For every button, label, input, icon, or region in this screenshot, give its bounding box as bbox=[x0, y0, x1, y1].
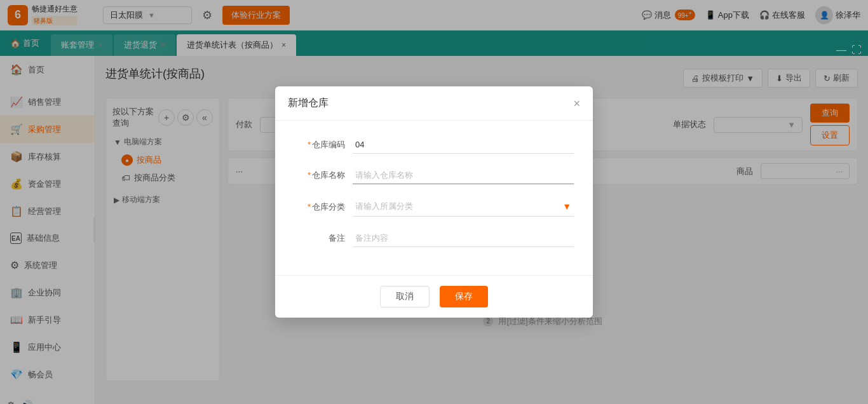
dialog-body: *仓库编码 *仓库名称 *仓库分类 请输入所属分类 ▼ bbox=[275, 121, 593, 275]
note-label: 备注 bbox=[294, 232, 345, 244]
cancel-button[interactable]: 取消 bbox=[380, 286, 430, 307]
name-label: *仓库名称 bbox=[294, 170, 345, 181]
form-row-note: 备注 bbox=[294, 229, 574, 247]
category-arrow-icon: ▼ bbox=[562, 201, 571, 212]
category-select[interactable]: 请输入所属分类 ▼ bbox=[353, 197, 574, 217]
code-label: *仓库编码 bbox=[294, 139, 345, 151]
code-input[interactable] bbox=[353, 136, 574, 154]
name-input[interactable] bbox=[353, 166, 574, 184]
modal-overlay: 新增仓库 × *仓库编码 *仓库名称 *仓库分类 bbox=[0, 0, 868, 404]
dialog-close-button[interactable]: × bbox=[573, 98, 580, 109]
category-placeholder: 请输入所属分类 bbox=[355, 201, 413, 212]
category-label: *仓库分类 bbox=[294, 201, 345, 213]
form-row-name: *仓库名称 bbox=[294, 166, 574, 184]
save-button[interactable]: 保存 bbox=[440, 286, 488, 307]
dialog-title: 新增仓库 bbox=[288, 97, 329, 110]
dialog: 新增仓库 × *仓库编码 *仓库名称 *仓库分类 bbox=[275, 86, 593, 318]
note-input[interactable] bbox=[353, 229, 574, 247]
form-row-category: *仓库分类 请输入所属分类 ▼ bbox=[294, 197, 574, 217]
dialog-footer: 取消 保存 bbox=[275, 275, 593, 318]
dialog-header: 新增仓库 × bbox=[275, 86, 593, 121]
form-row-code: *仓库编码 bbox=[294, 136, 574, 154]
